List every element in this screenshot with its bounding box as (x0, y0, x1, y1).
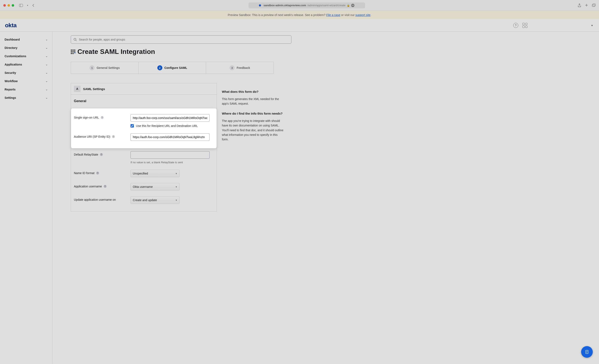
step-label: Feedback (237, 66, 250, 69)
lock-icon: 🔒 (347, 4, 350, 7)
file-case-link[interactable]: File a case (326, 13, 340, 17)
url-path: /admin/apps/saml-wizard/create (308, 4, 346, 7)
sidebar-item-customizations[interactable]: Customizations⌄ (0, 52, 52, 60)
checkbox-use-for-recipient-destination[interactable] (131, 124, 134, 128)
sidebar-item-label: Reports (5, 88, 16, 91)
window-zoom[interactable] (12, 4, 14, 7)
sidebar-item-label: Customizations (5, 54, 26, 58)
chevron-down-icon: ⌄ (45, 71, 48, 74)
section-title: SAML Settings (83, 87, 105, 91)
chevron-down-icon: ⌄ (45, 46, 48, 49)
global-search[interactable] (71, 35, 291, 44)
help-icon[interactable]: ? (112, 135, 115, 138)
sandbox-banner: Preview Sandbox: This is a preview of ne… (0, 11, 599, 19)
help-icon[interactable]: ? (101, 116, 104, 119)
app-grid-plus-icon: + (71, 50, 75, 54)
sidebar-item-label: Settings (5, 96, 16, 99)
sidebar-item-settings[interactable]: Settings⌄ (0, 94, 52, 102)
sidebar-item-label: Workflow (5, 79, 18, 83)
row-sso-url: Single sign-on URL ? Use this for Recipi… (74, 111, 214, 130)
url-bar[interactable]: sandbox-admin.oktapreview.com/admin/apps… (248, 2, 365, 8)
okta-logo[interactable]: okta (5, 22, 17, 29)
step-number: 3 (229, 65, 235, 70)
window-controls (3, 4, 14, 7)
select-update-username-on[interactable]: Create and update ▼ (131, 196, 180, 204)
label-default-relaystate: Default RelayState (74, 153, 98, 156)
app-topbar: okta ? ▾ (0, 19, 599, 32)
app-launcher-icon[interactable] (522, 23, 527, 28)
back-icon[interactable] (31, 3, 35, 8)
label-update-username-on: Update application username on (74, 198, 116, 201)
row-audience-uri: Audience URI (SP Entity ID) ? (74, 130, 214, 144)
wizard-steps: 1 General Settings 2 Configure SAML 3 Fe… (71, 62, 274, 74)
window-close[interactable] (3, 4, 6, 7)
sidebar-item-security[interactable]: Security⌄ (0, 69, 52, 77)
help-icon[interactable]: ? (96, 172, 99, 174)
main-content: + Create SAML Integration 1 General Sett… (53, 32, 599, 364)
help-q2-title: Where do I find the info this form needs… (222, 111, 285, 116)
step-label: General Settings (97, 66, 120, 69)
docs-fab[interactable] (581, 346, 593, 358)
share-icon[interactable] (578, 4, 581, 7)
section-badge: A (74, 86, 80, 92)
support-site-link[interactable]: support site (355, 13, 370, 17)
select-value: Create and update (133, 199, 157, 202)
svg-point-4 (74, 38, 76, 40)
wizard-step-3[interactable]: 3 Feedback (206, 62, 273, 74)
checkbox-label: Use this for Recipient URL and Destinati… (136, 124, 198, 128)
helper-relaystate: If no value is set, a blank RelayState i… (131, 161, 214, 164)
select-value: Okta username (133, 185, 153, 189)
help-q1-body: This form generates the XML needed for t… (222, 97, 285, 106)
select-name-id-format[interactable]: Unspecified ▼ (131, 170, 180, 177)
help-q1-title: What does this form do? (222, 89, 285, 94)
select-application-username[interactable]: Okta username ▼ (131, 183, 180, 191)
sidebar-item-workflow[interactable]: Workflow⌄ (0, 77, 52, 85)
site-identity-icon (259, 4, 261, 7)
user-menu-dropdown[interactable]: ▾ (532, 24, 594, 27)
search-input[interactable] (79, 38, 289, 41)
select-value: Unspecified (133, 172, 148, 175)
reader-more-icon[interactable]: ••• (351, 4, 354, 7)
help-icon[interactable]: ? (513, 23, 518, 28)
step-number: 2 (157, 65, 162, 70)
sidebar: Dashboard⌄ Directory⌄ Customizations⌄ Ap… (0, 32, 53, 364)
label-application-username: Application username (74, 185, 102, 188)
sidebar-item-label: Applications (5, 63, 22, 66)
wizard-step-2[interactable]: 2 Configure SAML (139, 62, 206, 74)
step-label: Configure SAML (164, 66, 187, 69)
highlighted-fields: Single sign-on URL ? Use this for Recipi… (71, 108, 217, 148)
new-tab-icon[interactable] (585, 4, 588, 7)
url-host: sandbox-admin.oktapreview.com (264, 4, 306, 7)
page-title: + Create SAML Integration (71, 48, 599, 56)
sidebar-toggle-icon[interactable] (18, 3, 24, 8)
sub-heading-general: General (74, 99, 214, 103)
label-sso-url: Single sign-on URL (74, 116, 99, 119)
input-audience-uri[interactable] (131, 133, 210, 141)
svg-rect-0 (19, 4, 23, 7)
window-minimize[interactable] (8, 4, 10, 7)
sidebar-item-dashboard[interactable]: Dashboard⌄ (0, 35, 52, 44)
chevron-down-icon[interactable]: ▾ (26, 3, 29, 7)
chevron-down-icon: ⌄ (45, 55, 48, 58)
row-application-username: Application username ? Okta username ▼ (74, 180, 214, 193)
sidebar-item-reports[interactable]: Reports⌄ (0, 85, 52, 94)
chevron-down-icon: ⌄ (45, 63, 48, 66)
help-q2-body: The app you're trying to integrate with … (222, 119, 285, 142)
browser-chrome: ▾ sandbox-admin.oktapreview.com/admin/ap… (0, 0, 599, 11)
tabs-overview-icon[interactable] (592, 4, 596, 7)
sidebar-item-label: Dashboard (5, 38, 20, 41)
chevron-down-icon: ⌄ (45, 80, 48, 83)
sidebar-item-applications[interactable]: Applications⌄ (0, 60, 52, 69)
wizard-step-1[interactable]: 1 General Settings (71, 62, 139, 74)
section-header: A SAML Settings (71, 83, 217, 95)
row-name-id-format: Name ID format ? Unspecified ▼ (74, 167, 214, 180)
help-icon[interactable]: ? (104, 185, 106, 188)
input-sso-url[interactable] (131, 114, 210, 122)
caret-down-icon: ▼ (175, 186, 177, 188)
input-default-relaystate[interactable] (131, 151, 210, 159)
label-audience-uri: Audience URI (SP Entity ID) (74, 135, 110, 138)
sidebar-item-directory[interactable]: Directory⌄ (0, 44, 52, 52)
caret-down-icon: ▼ (175, 173, 177, 175)
label-name-id-format: Name ID format (74, 171, 95, 175)
help-icon[interactable]: ? (100, 153, 103, 156)
